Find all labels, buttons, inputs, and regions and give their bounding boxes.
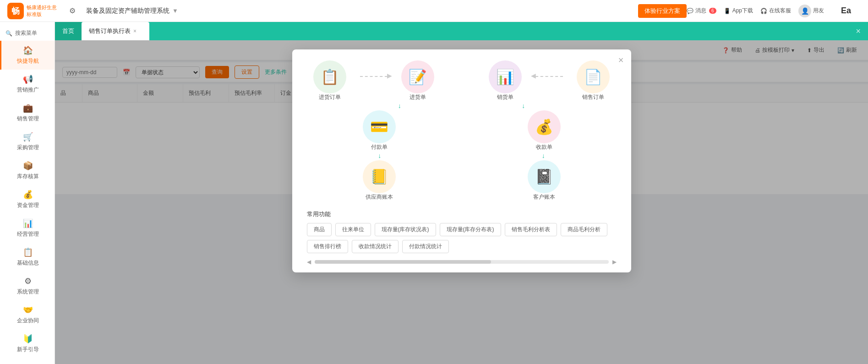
purchase-receipt-circle: 📝 bbox=[401, 60, 434, 93]
receipt-icon: 💰 bbox=[535, 118, 553, 136]
sidebar-item-basic-info[interactable]: 📋 基础信息 bbox=[0, 243, 55, 272]
finance-icon: 💰 bbox=[23, 190, 33, 200]
app-download-btn[interactable]: 📱 App下载 bbox=[724, 7, 753, 15]
logo-text: 畅康通好生意 标准版 bbox=[27, 4, 57, 17]
node-supplier-ledger[interactable]: 📒 供应商账本 bbox=[363, 160, 396, 201]
sidebar-item-quick-nav[interactable]: 🏠 快捷导航 bbox=[0, 41, 55, 70]
node-payment[interactable]: 💳 付款单 bbox=[363, 110, 396, 151]
user-avatar: 👤 bbox=[798, 5, 811, 17]
down-arrow-3: ↓ bbox=[378, 152, 381, 159]
arrow-down-pay: ↓ bbox=[361, 151, 398, 160]
new-guide-icon: 🔰 bbox=[23, 334, 33, 344]
flow-arrows-row-4: ↓ ↓ bbox=[307, 151, 617, 160]
user-menu[interactable]: 👤 用友 bbox=[798, 5, 824, 17]
node-sales-order[interactable]: 📄 销售订单 bbox=[577, 60, 610, 101]
sales-order-circle: 📄 bbox=[577, 60, 610, 93]
quick-nav-icon: 🏠 bbox=[23, 45, 33, 55]
receipt-label: 收款单 bbox=[536, 143, 552, 151]
node-customer-ledger[interactable]: 📓 客户账本 bbox=[528, 160, 561, 201]
supplier-ledger-icon: 📒 bbox=[370, 168, 388, 185]
experience-btn[interactable]: 体验行业方案 bbox=[638, 4, 687, 18]
sales-order-label: 销售订单 bbox=[582, 93, 604, 101]
common-btn-stock-status[interactable]: 现存量(库存状况表) bbox=[375, 223, 436, 236]
sidebar-item-purchase[interactable]: 🛒 采购管理 bbox=[0, 127, 55, 156]
scroll-left-btn[interactable]: ◀ bbox=[307, 259, 311, 265]
sidebar-item-operations[interactable]: 📊 经营管理 bbox=[0, 214, 55, 243]
headset-icon: 🎧 bbox=[760, 8, 767, 14]
arrow-down-sr: ↓ bbox=[505, 101, 542, 110]
scroll-right-btn[interactable]: ▶ bbox=[612, 259, 617, 265]
sales-icon: 💼 bbox=[23, 103, 33, 113]
popup-close-btn[interactable]: × bbox=[618, 55, 624, 65]
arrow-right-icon: ▶ bbox=[387, 72, 392, 79]
logo-area: 畅 畅康通好生意 标准版 bbox=[7, 3, 62, 19]
header-actions: 💬 消息 6 📱 App下载 🎧 在线客服 👤 用友 Ea bbox=[687, 5, 861, 17]
common-btns-row1: 商品 往来单位 现存量(库存状况表) 现存量(库存分布表) 销售毛利分析表 商品… bbox=[307, 223, 617, 236]
sidebar-item-marketing[interactable]: 📢 营销推广 bbox=[0, 70, 55, 98]
node-receipt[interactable]: 💰 收款单 bbox=[528, 110, 561, 151]
payment-circle: 💳 bbox=[363, 110, 396, 143]
down-arrow-4: ↓ bbox=[542, 152, 545, 159]
tab-sales-order-exec[interactable]: 销售订单执行表 × bbox=[82, 22, 149, 40]
sales-receipt-circle: 📊 bbox=[489, 60, 522, 93]
sales-receipt-label: 销货单 bbox=[497, 93, 513, 101]
flow-row-5: 📒 供应商账本 📓 客户账本 bbox=[307, 160, 617, 201]
common-btns-row2: 销售排行榜 收款情况统计 付款情况统计 bbox=[307, 240, 617, 253]
basic-info-icon: 📋 bbox=[23, 247, 33, 257]
spacer-r bbox=[567, 101, 604, 110]
sidebar-item-finance[interactable]: 💰 资金管理 bbox=[0, 185, 55, 214]
common-btn-receipt-stats[interactable]: 收款情况统计 bbox=[352, 240, 399, 253]
tab-bar-close-btn[interactable]: × bbox=[856, 27, 861, 36]
payment-icon: 💳 bbox=[370, 118, 388, 136]
node-purchase-receipt[interactable]: 📝 进货单 bbox=[401, 60, 434, 101]
scrollbar-track bbox=[315, 260, 609, 264]
common-btn-product-profit[interactable]: 商品毛利分析 bbox=[561, 223, 607, 236]
flow-row-3: 💳 付款单 💰 收款单 bbox=[307, 110, 617, 151]
enterprise-icon: 🤝 bbox=[23, 305, 33, 315]
online-service-btn[interactable]: 🎧 在线客服 bbox=[760, 7, 791, 15]
flow-row-1: 📋 进货订单 ▶ 📝 bbox=[307, 60, 617, 101]
sidebar-item-sales[interactable]: 💼 销售管理 bbox=[0, 98, 55, 127]
node-purchase-order[interactable]: 📋 进货订单 bbox=[313, 60, 346, 101]
payment-label: 付款单 bbox=[371, 143, 388, 151]
purchase-order-icon: 📋 bbox=[321, 68, 339, 86]
sales-receipt-icon: 📊 bbox=[496, 68, 514, 86]
purchase-icon: 🛒 bbox=[23, 132, 33, 142]
sales-order-icon: 📄 bbox=[584, 68, 602, 86]
common-btn-sales-ranking[interactable]: 销售排行榜 bbox=[307, 240, 348, 253]
sidebar-item-new-guide[interactable]: 🔰 新手引导 bbox=[0, 329, 55, 358]
message-badge: 6 bbox=[709, 8, 716, 14]
arrow-down-rec: ↓ bbox=[525, 151, 562, 160]
supplier-ledger-circle: 📒 bbox=[363, 160, 396, 193]
tab-home[interactable]: 首页 bbox=[55, 22, 82, 40]
spacer-l bbox=[319, 101, 356, 110]
purchase-order-label: 进货订单 bbox=[319, 93, 341, 101]
scrollbar-thumb[interactable] bbox=[315, 260, 491, 264]
sidebar-item-enterprise[interactable]: 🤝 企业协同 bbox=[0, 300, 55, 329]
system-dropdown-icon[interactable]: ▼ bbox=[172, 7, 178, 14]
settings-icon[interactable]: ⚙ bbox=[66, 5, 79, 17]
common-btn-product[interactable]: 商品 bbox=[307, 223, 332, 236]
popup-overlay: × 📋 进货订单 bbox=[55, 40, 868, 364]
main-layout: 🔍 搜索菜单 🏠 快捷导航 📢 营销推广 💼 销售管理 🛒 采购管理 📦 库存核… bbox=[0, 22, 868, 364]
sidebar-search[interactable]: 🔍 搜索菜单 bbox=[0, 26, 55, 41]
inventory-icon: 📦 bbox=[23, 161, 33, 171]
customer-ledger-icon: 📓 bbox=[535, 168, 553, 185]
tab-close-btn[interactable]: × bbox=[133, 28, 136, 34]
system-title-area: 装备及固定资产辅助管理系统 ▼ bbox=[79, 7, 638, 15]
common-btn-payment-stats[interactable]: 付款情况统计 bbox=[402, 240, 449, 253]
purchase-receipt-label: 进货单 bbox=[409, 93, 426, 101]
sidebar-item-system[interactable]: ⚙ 系统管理 bbox=[0, 272, 55, 300]
customer-ledger-label: 客户账本 bbox=[533, 193, 555, 201]
sidebar: 🔍 搜索菜单 🏠 快捷导航 📢 营销推广 💼 销售管理 🛒 采购管理 📦 库存核… bbox=[0, 22, 55, 364]
message-btn[interactable]: 💬 消息 6 bbox=[687, 7, 716, 15]
arrow-po-pr: ▶ bbox=[360, 76, 388, 86]
common-btn-stock-dist[interactable]: 现存量(库存分布表) bbox=[440, 223, 501, 236]
common-functions-title: 常用功能 bbox=[307, 210, 617, 218]
flow-arrows-row-2: ↓ ↓ bbox=[307, 101, 617, 110]
common-btn-partners[interactable]: 往来单位 bbox=[335, 223, 371, 236]
node-sales-receipt[interactable]: 📊 销货单 bbox=[489, 60, 522, 101]
sidebar-item-inventory[interactable]: 📦 库存核算 bbox=[0, 156, 55, 185]
common-btn-sales-profit[interactable]: 销售毛利分析表 bbox=[505, 223, 557, 236]
arrow-left-icon: ◀ bbox=[531, 72, 536, 79]
